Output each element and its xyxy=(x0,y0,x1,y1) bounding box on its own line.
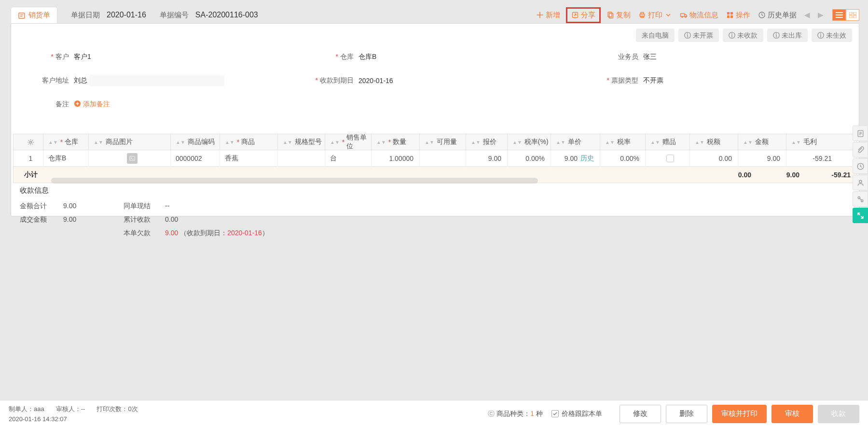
status-uninvoiced[interactable]: ⓘ未开票 xyxy=(678,28,719,42)
svg-rect-2 xyxy=(20,16,23,16)
svg-rect-23 xyxy=(854,15,856,18)
svg-point-25 xyxy=(29,141,31,143)
col-tax[interactable]: ▲▼税额 xyxy=(690,134,738,150)
cell-tax: 0.00 xyxy=(690,150,738,167)
svg-rect-5 xyxy=(609,14,613,18)
history-button[interactable]: 历史单据 xyxy=(756,10,799,21)
deal-value: 9.00 xyxy=(63,215,116,224)
prev-doc-button[interactable]: ◀ xyxy=(802,11,812,19)
salesman-label: 业务员 xyxy=(618,53,638,60)
col-product[interactable]: ▲▼*商品 xyxy=(220,134,278,150)
svg-rect-7 xyxy=(641,13,644,14)
col-amount[interactable]: ▲▼金额 xyxy=(738,134,786,150)
svg-rect-21 xyxy=(854,12,856,14)
cell-qty: 1.00000 xyxy=(372,150,420,167)
document-card: 来自电脑 ⓘ未开票 ⓘ未收款 ⓘ未出库 ⓘ未生效 *客户客户1 *仓库仓库B 业… xyxy=(11,23,859,216)
rail-log-button[interactable] xyxy=(853,158,868,174)
review-button[interactable]: 审核 xyxy=(772,405,813,423)
share-button[interactable]: 分享 xyxy=(569,10,597,21)
side-rail xyxy=(853,126,868,223)
col-code[interactable]: ▲▼商品编码 xyxy=(171,134,220,150)
col-price[interactable]: ▲▼单价 xyxy=(551,134,600,150)
owe-label: 本单欠款 xyxy=(124,229,162,238)
svg-rect-4 xyxy=(608,12,612,17)
due-value: 2020-01-16 xyxy=(358,77,393,85)
payment-section: 收款信息 金额合计9.00 成交金额9.00 同单现结-- 累计收款0.00 本… xyxy=(20,186,269,242)
new-button[interactable]: 新增 xyxy=(534,10,562,21)
rail-notes-button[interactable] xyxy=(853,126,868,141)
chevron-down-icon xyxy=(664,11,672,19)
follow-price-checkbox[interactable]: 价格跟踪本单 xyxy=(551,410,602,418)
next-doc-button[interactable]: ▶ xyxy=(816,11,826,19)
rail-attach-button[interactable] xyxy=(853,142,868,157)
col-gross[interactable]: ▲▼毛利 xyxy=(786,134,838,150)
operate-button[interactable]: 操作 xyxy=(724,10,752,21)
logistics-button[interactable]: 物流信息 xyxy=(678,10,720,21)
view-list-button[interactable] xyxy=(832,9,846,21)
svg-point-10 xyxy=(682,16,683,18)
status-uneffective[interactable]: ⓘ未生效 xyxy=(812,28,852,42)
svg-rect-1 xyxy=(20,14,24,15)
customer-value: 客户1 xyxy=(74,53,91,61)
col-avail[interactable]: ▲▼可用量 xyxy=(420,134,466,150)
subtotal-gross: -59.21 xyxy=(805,167,856,183)
print-icon xyxy=(638,11,646,19)
svg-point-30 xyxy=(859,180,861,183)
cash-label: 同单现结 xyxy=(124,202,162,211)
maker-label: 制单人： xyxy=(9,405,34,413)
cell-gift xyxy=(646,150,690,167)
delete-button[interactable]: 删除 xyxy=(666,405,707,423)
svg-rect-8 xyxy=(641,16,644,18)
modify-button[interactable]: 修改 xyxy=(620,405,661,423)
cell-trate: 0.00% xyxy=(600,150,646,167)
add-note-button[interactable]: 添加备注 xyxy=(74,100,110,109)
price-history-link[interactable]: 历史 xyxy=(580,154,594,163)
table-row[interactable]: 1 仓库B 0000002 香蕉 台 1.00000 9.00 0.00% 9.… xyxy=(13,150,857,167)
svg-rect-22 xyxy=(849,15,852,18)
col-spec[interactable]: ▲▼规格型号 xyxy=(278,134,325,150)
config-header[interactable] xyxy=(14,134,43,150)
svg-rect-14 xyxy=(727,15,730,18)
view-card-button[interactable] xyxy=(846,9,859,21)
status-unout[interactable]: ⓘ未出库 xyxy=(767,28,808,42)
col-rate-pct[interactable]: ▲▼税率(%) xyxy=(508,134,551,150)
col-trate[interactable]: ▲▼税率 xyxy=(600,134,646,150)
svg-rect-12 xyxy=(727,12,730,14)
status-unpaid[interactable]: ⓘ未收款 xyxy=(723,28,763,42)
col-unit[interactable]: ▲▼*销售单位 xyxy=(325,134,372,150)
svg-point-27 xyxy=(130,157,131,158)
footer-info: 制单人：aaa 审核人：-- 打印次数：0次 2020-01-16 14:32:… xyxy=(9,405,138,423)
collect-button[interactable]: 收款 xyxy=(818,405,859,423)
owe-value: 9.00 xyxy=(165,229,178,238)
print-button[interactable]: 打印 xyxy=(636,10,674,21)
sku-kinds: ⓒ 商品种类：1 种 xyxy=(488,410,543,418)
svg-rect-15 xyxy=(730,15,733,18)
info-icon: ⓘ xyxy=(684,28,691,42)
gift-checkbox[interactable] xyxy=(666,155,674,162)
col-warehouse[interactable]: ▲▼*仓库 xyxy=(43,134,89,150)
doc-date-label: 单据日期 xyxy=(71,11,100,20)
salesman-value: 张三 xyxy=(643,53,657,61)
recv-label: 累计收款 xyxy=(124,215,162,224)
cell-image xyxy=(89,150,171,167)
rail-related-button[interactable] xyxy=(853,191,868,207)
subtotal-label: 小计 xyxy=(14,167,43,183)
toolbar: 新增 分享 复制 打印 物流信息 操作 历史单据 ◀ xyxy=(534,9,859,21)
gear-icon xyxy=(27,139,34,146)
review-print-button[interactable]: 审核并打印 xyxy=(712,405,767,423)
customer-label: 客户 xyxy=(55,53,69,60)
active-tab[interactable]: 销货单 xyxy=(11,7,57,23)
horizontal-scrollbar[interactable] xyxy=(51,178,538,184)
svg-rect-0 xyxy=(19,13,25,18)
rail-user-button[interactable] xyxy=(853,175,868,190)
truck-icon xyxy=(680,11,688,19)
rail-expand-button[interactable] xyxy=(853,208,868,223)
col-image[interactable]: ▲▼商品图片 xyxy=(89,134,171,150)
cell-warehouse: 仓库B xyxy=(43,150,89,167)
col-qty[interactable]: ▲▼*数量 xyxy=(372,134,420,150)
copy-button[interactable]: 复制 xyxy=(605,10,633,21)
col-quote[interactable]: ▲▼报价 xyxy=(466,134,508,150)
address-value: 刘总 xyxy=(74,76,87,85)
col-gift[interactable]: ▲▼赠品 xyxy=(646,134,690,150)
share-icon xyxy=(571,11,579,19)
